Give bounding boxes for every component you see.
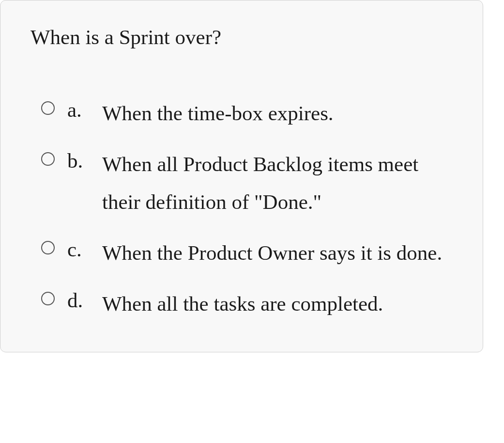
options-list: a. When the time-box expires. b. When al… (31, 95, 453, 323)
option-text: When the Product Owner says it is done. (102, 234, 453, 271)
option-letter: c. (67, 234, 90, 266)
option-row-d[interactable]: d. When all the tasks are completed. (41, 285, 453, 322)
option-text: When the time-box expires. (102, 95, 453, 132)
option-letter: d. (67, 285, 90, 316)
radio-wrapper (41, 234, 55, 254)
option-letter: a. (67, 95, 90, 126)
radio-wrapper (41, 145, 55, 166)
radio-wrapper (41, 285, 55, 305)
radio-wrapper (41, 95, 55, 115)
question-text: When is a Sprint over? (31, 24, 453, 51)
radio-icon[interactable] (41, 292, 55, 305)
radio-icon[interactable] (41, 101, 55, 115)
option-text: When all the tasks are completed. (102, 285, 453, 322)
option-row-b[interactable]: b. When all Product Backlog items meet t… (41, 145, 453, 221)
question-card: When is a Sprint over? a. When the time-… (0, 0, 483, 352)
option-row-c[interactable]: c. When the Product Owner says it is don… (41, 234, 453, 271)
option-text: When all Product Backlog items meet thei… (102, 145, 453, 221)
radio-icon[interactable] (41, 241, 55, 254)
radio-icon[interactable] (41, 152, 55, 166)
option-row-a[interactable]: a. When the time-box expires. (41, 95, 453, 132)
option-letter: b. (67, 145, 90, 177)
